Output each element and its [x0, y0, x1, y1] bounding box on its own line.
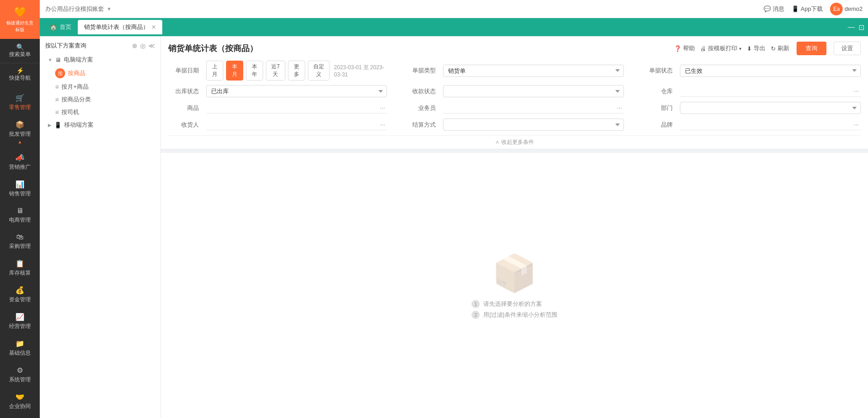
salesman-label: 业务员	[405, 104, 436, 112]
mobile-label: 移动端方案	[64, 121, 94, 129]
sidebar-item-purchase[interactable]: 🛍 采购管理	[0, 228, 40, 255]
user-menu[interactable]: Ea demo2	[830, 3, 863, 15]
settings-button[interactable]: 设置	[834, 42, 861, 55]
warehouse-status-label: 出库状态	[168, 87, 199, 95]
tree-item-by-category[interactable]: ≡ 按商品分类	[52, 93, 155, 106]
empty-state: 📦 1 请先选择要分析的方案 2 用[过滤]条件来缩小分析范围	[161, 153, 868, 418]
warehouse-dots[interactable]: ···	[852, 86, 861, 96]
sidebar-item-marketing[interactable]: 📣 营销推广	[0, 149, 40, 176]
tree-mobile-group[interactable]: ▶ 📱 移动端方案	[45, 119, 155, 131]
department-select[interactable]	[680, 102, 861, 114]
doc-type-select[interactable]: 销货单	[443, 65, 624, 77]
category-icon: ≡	[55, 96, 59, 103]
sidebar-item-ecommerce[interactable]: 🖥 电商管理	[0, 202, 40, 228]
by-machine-label: 按司机	[61, 108, 79, 116]
company-name: 办公用品行业模拟账套	[45, 5, 104, 13]
page-actions: ❓ 帮助 🖨 按模板打印 ▾ ⬇ 导出	[674, 44, 789, 52]
tab-close-icon[interactable]: ✕	[151, 24, 156, 30]
sales-icon: 📊	[15, 180, 24, 189]
inventory-icon: 📋	[15, 259, 24, 268]
print-btn[interactable]: 🖨 按模板打印 ▾	[700, 44, 741, 52]
salesman-dots[interactable]: ···	[615, 102, 624, 113]
finance-icon: 💰	[15, 286, 24, 294]
sidebar-item-wholesale[interactable]: 📦 批发管理 ▲	[0, 116, 40, 149]
sidebar-nav[interactable]: ⚡ 快捷导航	[0, 63, 40, 86]
tab-report[interactable]: 销货单统计表（按商品） ✕	[78, 20, 162, 34]
brand-dots[interactable]: ···	[852, 119, 861, 130]
tab-bar: 🏠 首页 销货单统计表（按商品） ✕ — ⊡	[40, 18, 868, 36]
sidebar-item-operations[interactable]: 📈 经营管理	[0, 308, 40, 335]
app-download-btn[interactable]: 📱 App下载	[792, 5, 823, 13]
sidebar-item-basic[interactable]: 📁 基础信息	[0, 335, 40, 361]
tree-item-by-month-product[interactable]: ≡ 按月+商品	[52, 81, 155, 93]
sidebar-item-sales[interactable]: 📊 销售管理	[0, 176, 40, 202]
print-chevron-icon: ▾	[739, 46, 741, 51]
enterprise-label: 企业协同	[9, 403, 31, 410]
sidebar-item-finance[interactable]: 💰 资金管理	[0, 281, 40, 308]
payment-status-select[interactable]	[443, 85, 624, 97]
sidebar-item-system[interactable]: ⚙ 系统管理	[0, 361, 40, 388]
doc-type-label: 单据类型	[405, 66, 436, 75]
date-btn-this-year[interactable]: 本年	[246, 61, 263, 81]
add-scheme-icon[interactable]: ⊕	[132, 42, 137, 49]
export-label: 导出	[754, 44, 765, 52]
collapse-btn[interactable]: ∧ 收起更多条件	[168, 135, 861, 149]
panel-header: 按以下方案查询 ⊕ ◎ ≪	[45, 42, 155, 50]
panel-header-icons: ⊕ ◎ ≪	[132, 42, 155, 49]
sidebar-item-inventory[interactable]: 📋 库存核算	[0, 255, 40, 281]
tab-home-label: 首页	[60, 23, 71, 31]
query-button[interactable]: 查询	[797, 42, 826, 55]
tree-collapse-icon: ▶	[48, 123, 52, 128]
sidebar-search[interactable]: 🔍 搜索菜单	[0, 39, 40, 63]
doc-status-select[interactable]: 已生效	[680, 65, 861, 77]
help-icon: ❓	[674, 45, 681, 52]
left-panel: 按以下方案查询 ⊕ ◎ ≪ ▼ 🖥 电脑端方案 按 按商品 ≡	[40, 36, 161, 418]
help-btn[interactable]: ❓ 帮助	[674, 44, 695, 52]
refresh-label: 刷新	[778, 44, 789, 52]
maximize-icon[interactable]: ⊡	[859, 23, 864, 32]
avatar: Ea	[830, 3, 843, 15]
sidebar-item-enterprise[interactable]: 🤝 企业协同	[0, 388, 40, 415]
sidebar-item-retail[interactable]: 🛒 零售管理	[0, 89, 40, 116]
enterprise-icon: 🤝	[15, 393, 24, 401]
top-bar-left: 办公用品行业模拟账套 ▾	[45, 5, 111, 13]
collapse-panel-icon[interactable]: ≪	[148, 42, 155, 49]
settings-scheme-icon[interactable]: ◎	[140, 42, 146, 49]
refresh-btn[interactable]: ↻ 刷新	[771, 44, 789, 52]
warehouse-status-select[interactable]: 已出库	[206, 85, 387, 97]
receiver-dots[interactable]: ···	[378, 119, 387, 130]
date-btn-more[interactable]: 更多	[288, 61, 305, 81]
top-bar-right: 💬 消息 📱 App下载 Ea demo2	[764, 3, 863, 15]
tab-home[interactable]: 🏠 首页	[43, 20, 78, 34]
empty-tip-1: 1 请先选择要分析的方案	[472, 300, 557, 308]
sidebar-item-guide[interactable]: 🎯 新手引导	[0, 415, 40, 418]
date-btn-7days[interactable]: 近7天	[266, 61, 285, 81]
date-btn-this-month[interactable]: 本月	[226, 61, 243, 81]
minimize-icon[interactable]: —	[848, 23, 855, 32]
tree-desktop-group[interactable]: ▼ 🖥 电脑端方案	[45, 53, 155, 66]
chevron-down-icon[interactable]: ▾	[108, 5, 111, 12]
payment-method-select[interactable]	[443, 119, 624, 131]
product-dots[interactable]: ···	[378, 102, 387, 113]
empty-tip-2: 2 用[过滤]条件来缩小分析范围	[472, 311, 557, 319]
tree-item-by-machine[interactable]: ≡ 按司机	[52, 106, 155, 119]
app-icon: 📱	[792, 5, 799, 12]
date-btn-custom[interactable]: 自定义	[308, 61, 330, 81]
tree-expand-icon: ▼	[48, 57, 52, 62]
message-btn[interactable]: 💬 消息	[764, 5, 784, 13]
empty-tips: 1 请先选择要分析的方案 2 用[过滤]条件来缩小分析范围	[472, 300, 557, 319]
export-btn[interactable]: ⬇ 导出	[747, 44, 765, 52]
ecommerce-icon: 🖥	[16, 207, 24, 215]
nav-label: 快捷导航	[9, 75, 31, 81]
print-icon: 🖨	[700, 45, 706, 52]
print-label: 按模板打印	[708, 44, 737, 52]
tree-item-by-product[interactable]: 按 按商品	[52, 66, 155, 81]
panel-header-title: 按以下方案查询	[45, 42, 86, 50]
date-label: 单据日期	[168, 66, 199, 75]
app-download-label: App下载	[801, 5, 823, 13]
main-area: 办公用品行业模拟账套 ▾ 💬 消息 📱 App下载 Ea demo2 🏠 首页 …	[40, 0, 868, 418]
warehouse-label: 仓库	[642, 87, 673, 95]
date-btn-last-month[interactable]: 上月	[206, 61, 223, 81]
page-title: 销货单统计表（按商品）	[168, 43, 258, 54]
filter-row-4: 收货人 ··· 结算方式 品牌	[168, 119, 861, 131]
